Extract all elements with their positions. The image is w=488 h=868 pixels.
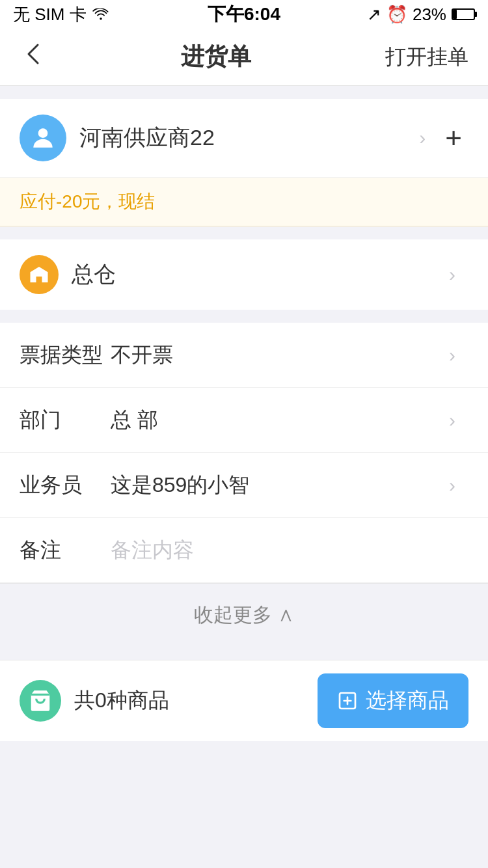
location-icon: ↗ [367,5,381,25]
status-left: 无 SIM 卡 [13,3,110,26]
form-section: 票据类型 不开票 › 部门 总 部 › 业务员 这是859的小智 › 备注 备注… [0,323,488,647]
remark-row[interactable]: 备注 备注内容 [0,518,488,583]
warehouse-row[interactable]: 总仓 › [0,239,488,310]
collapse-button[interactable]: 收起更多 ∧ [0,583,488,647]
select-product-button[interactable]: 选择商品 [318,673,468,728]
salesperson-value: 这是859的小智 [111,471,449,500]
status-bar: 无 SIM 卡 下午6:04 ↗ ⏰ 23% [0,0,488,29]
back-button[interactable] [20,36,47,78]
battery-icon [452,8,475,20]
select-product-label: 选择商品 [366,686,449,715]
supplier-name: 河南供应商22 [79,123,419,153]
svg-rect-1 [36,277,42,282]
remark-label: 备注 [20,536,111,565]
department-row[interactable]: 部门 总 部 › [0,388,488,453]
warehouse-section[interactable]: 总仓 › [0,239,488,310]
product-count-text: 共0种商品 [74,686,305,715]
section-gap-1 [0,86,488,99]
open-pending-button[interactable]: 打开挂单 [385,43,468,72]
notice-bar: 应付-20元，现结 [0,178,488,226]
warehouse-chevron-icon: › [449,264,455,286]
invoice-type-label: 票据类型 [20,341,111,370]
svg-point-0 [38,128,48,138]
notice-text: 应付-20元，现结 [20,191,155,211]
status-time: 下午6:04 [208,2,280,27]
department-value: 总 部 [111,406,449,435]
salesperson-chevron-icon: › [449,474,455,496]
supplier-row[interactable]: 河南供应商22 › + [0,99,488,178]
wifi-icon [92,5,110,25]
product-bag-icon [20,680,61,722]
supplier-section: 河南供应商22 › + 应付-20元，现结 [0,99,488,226]
supplier-chevron-icon: › [419,127,426,149]
battery-text: 23% [413,5,446,25]
invoice-type-chevron-icon: › [449,344,455,366]
warehouse-icon [20,255,59,294]
nav-bar: 进货单 打开挂单 [0,29,488,86]
salesperson-label: 业务员 [20,471,111,500]
page-title: 进货单 [181,41,251,73]
invoice-type-row[interactable]: 票据类型 不开票 › [0,323,488,388]
carrier-text: 无 SIM 卡 [13,3,87,26]
section-gap-3 [0,310,488,323]
section-gap-2 [0,226,488,239]
salesperson-row[interactable]: 业务员 这是859的小智 › [0,453,488,518]
invoice-type-value: 不开票 [111,341,449,370]
remark-input[interactable]: 备注内容 [111,536,468,565]
alarm-icon: ⏰ [386,5,407,25]
section-gap-4 [0,647,488,660]
status-right: ↗ ⏰ 23% [367,5,475,25]
department-label: 部门 [20,406,111,435]
page-filler [0,741,488,868]
supplier-avatar [20,115,66,161]
bottom-bar: 共0种商品 选择商品 [0,660,488,741]
department-chevron-icon: › [449,409,455,431]
warehouse-name: 总仓 [72,260,449,290]
add-supplier-button[interactable]: + [439,122,468,154]
